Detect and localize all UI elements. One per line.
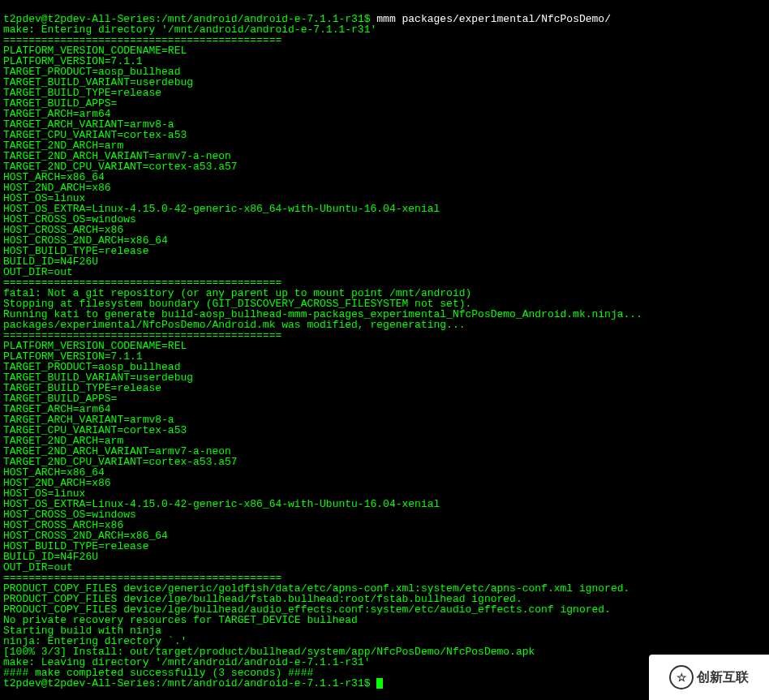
output-line: TARGET_2ND_CPU_VARIANT=cortex-a53.a57: [3, 161, 766, 172]
output-line: TARGET_2ND_CPU_VARIANT=cortex-a53.a57: [3, 457, 766, 467]
output-line: HOST_ARCH=x86_64: [3, 467, 766, 478]
terminal-output: make: Entering directory '/mnt/android/a…: [3, 24, 766, 678]
watermark-text: 创新互联: [697, 671, 749, 684]
output-line: BUILD_ID=N4F26U: [3, 552, 766, 562]
terminal[interactable]: t2pdev@t2pdev-All-Series:/mnt/android/an…: [3, 3, 766, 699]
watermark-badge: ☆ 创新互联: [649, 655, 769, 700]
prompt-path-2: /mnt/android/android-e-7.1.1-r31: [161, 677, 364, 689]
output-line: HOST_BUILD_TYPE=release: [3, 541, 766, 552]
cursor: [376, 678, 383, 689]
output-line: HOST_2ND_ARCH=x86: [3, 478, 766, 488]
output-line: HOST_BUILD_TYPE=release: [3, 246, 766, 256]
output-line: HOST_ARCH=x86_64: [3, 172, 766, 183]
output-line: TARGET_BUILD_APPS=: [3, 98, 766, 109]
output-line: BUILD_ID=N4F26U: [3, 256, 766, 267]
output-line: TARGET_BUILD_TYPE=release: [3, 88, 766, 98]
output-line: TARGET_BUILD_APPS=: [3, 393, 766, 404]
watermark-logo-icon: ☆: [669, 665, 694, 689]
command-text: mmm packages/experimental/NfcPosDemo/: [376, 13, 611, 25]
output-line: TARGET_BUILD_TYPE=release: [3, 383, 766, 393]
prompt-user-host-2: t2pdev@t2pdev-All-Series: [3, 677, 155, 689]
prompt-symbol-2: $: [364, 677, 371, 689]
output-line: HOST_2ND_ARCH=x86: [3, 183, 766, 193]
